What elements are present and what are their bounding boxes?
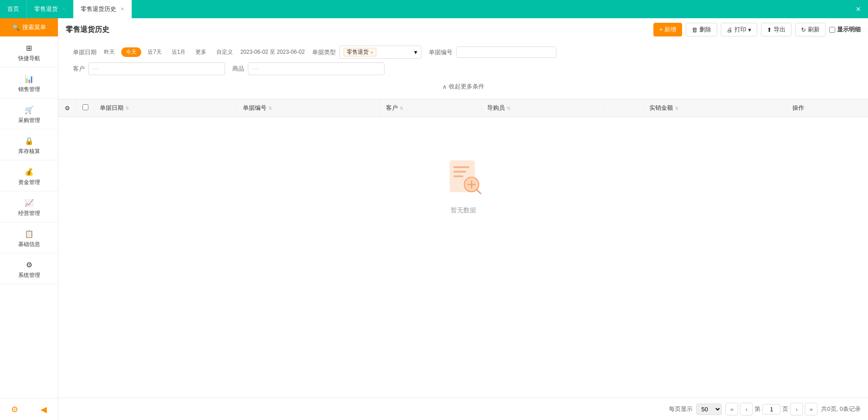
th-guide: 导购员 ⇅ (481, 99, 603, 117)
page-label: 第 (755, 405, 760, 413)
th-amount-sort[interactable]: 实销金额 ⇅ (649, 104, 781, 112)
quick-nav-icon: ⊞ (24, 43, 34, 53)
page-title-row: 零售退货历史 + 新增 🗑 删除 🖨 打印 ▾ ⬆ 导出 (66, 23, 861, 36)
doc-type-label: 单据类型 (312, 48, 336, 56)
refresh-button[interactable]: ↻ 刷新 (795, 23, 826, 36)
sidebar-item-basic-info[interactable]: 📋 基础信息 (0, 222, 58, 253)
operations-icon: 📈 (24, 198, 34, 208)
prev-page-button[interactable]: ‹ (740, 403, 753, 415)
sort-doc-no-icon: ⇅ (268, 106, 272, 111)
date-btn-custom[interactable]: 自定义 (213, 47, 236, 57)
sidebar-item-system-mgmt[interactable]: ⚙ 系统管理 (0, 253, 58, 284)
th-doc-date: 单据日期 ⇅ (94, 99, 237, 117)
th-actions: 操作 (787, 99, 868, 117)
th-amount: 实销金额 ⇅ (644, 99, 787, 117)
show-detail-input[interactable] (829, 27, 835, 33)
th-settings[interactable]: ⚙ (58, 99, 77, 117)
column-settings-icon[interactable]: ⚙ (65, 105, 70, 112)
new-button[interactable]: + 新增 (653, 23, 682, 36)
sidebar-item-sales-mgmt[interactable]: 📊 销售管理 (0, 67, 58, 98)
sidebar-item-purchase-mgmt[interactable]: 🛒 采购管理 (0, 98, 58, 129)
filter-row-1: 单据日期 昨天 今天 近7天 近1月 更多 自定义 2023-06-02 至 2… (73, 46, 853, 59)
date-btn-yesterday[interactable]: 昨天 (100, 47, 118, 57)
tab-retail-return[interactable]: 零售退货 × (27, 0, 73, 18)
window-close-button[interactable]: × (848, 0, 868, 18)
purchase-mgmt-icon: 🛒 (24, 105, 34, 115)
doc-type-tag: 零售退货 × (344, 48, 376, 56)
th-customer-sort[interactable]: 客户 ⇅ (386, 104, 476, 112)
table-body: 暂无数据 (58, 117, 868, 251)
first-page-button[interactable]: « (725, 403, 738, 415)
main-layout: 🔍 搜索菜单 ⊞ 快捷导航 📊 销售管理 🛒 采购管理 🔒 库存核算 💰 资金管… (0, 18, 868, 420)
date-btn-more[interactable]: 更多 (192, 47, 210, 57)
next-page-button[interactable]: › (790, 403, 803, 415)
svg-line-7 (477, 190, 481, 194)
filter-row-2: 客户 ··· 商品 ··· (73, 62, 853, 75)
sidebar: 🔍 搜索菜单 ⊞ 快捷导航 📊 销售管理 🛒 采购管理 🔒 库存核算 💰 资金管… (0, 18, 58, 420)
per-page-select[interactable]: 10 20 50 100 (696, 404, 722, 415)
tab-retail-return-history-close[interactable]: × (121, 6, 124, 12)
total-info: 共0页, 0条记录 (821, 405, 861, 413)
goods-input[interactable]: ··· (248, 62, 385, 75)
tab-retail-return-history[interactable]: 零售退货历史 × (73, 0, 132, 18)
page-number-input[interactable] (762, 404, 781, 415)
goods-label: 商品 (232, 65, 244, 73)
delete-button[interactable]: 🗑 删除 (686, 23, 717, 36)
doc-type-selected-tags: 零售退货 × (344, 48, 376, 56)
date-btn-1month[interactable]: 近1月 (168, 47, 190, 57)
th-doc-date-sort[interactable]: 单据日期 ⇅ (100, 104, 231, 112)
tab-home[interactable]: 首页 (0, 0, 27, 18)
doc-no-label: 单据编号 (429, 48, 452, 56)
th-customer: 客户 ⇅ (380, 99, 481, 117)
th-doc-no-sort[interactable]: 单据编号 ⇅ (243, 104, 375, 112)
th-guide-sort[interactable]: 导购员 ⇅ (487, 104, 598, 112)
sidebar-item-quick-nav[interactable]: ⊞ 快捷导航 (0, 36, 58, 67)
doc-type-filter-item: 单据类型 零售退货 × ▾ (312, 46, 421, 59)
table-wrapper: ⚙ 单据日期 ⇅ 单据编号 (58, 99, 868, 398)
basic-info-icon: 📋 (24, 229, 34, 239)
select-all-checkbox[interactable] (82, 104, 88, 110)
delete-icon: 🗑 (692, 26, 698, 33)
sidebar-item-operations[interactable]: 📈 经营管理 (0, 191, 58, 222)
sales-mgmt-icon: 📊 (24, 74, 34, 84)
goods-dots: ··· (252, 65, 258, 73)
page-title: 零售退货历史 (66, 25, 109, 35)
settings-bottom-icon[interactable]: ⚙ (11, 405, 18, 415)
page-header: 零售退货历史 + 新增 🗑 删除 🖨 打印 ▾ ⬆ 导出 (58, 18, 868, 99)
th-doc-no: 单据编号 ⇅ (237, 99, 380, 117)
toolbar-buttons: + 新增 🗑 删除 🖨 打印 ▾ ⬆ 导出 ↻ (653, 23, 861, 36)
print-icon: 🖨 (727, 26, 733, 33)
goods-filter-item: 商品 ··· (232, 62, 385, 75)
data-table: ⚙ 单据日期 ⇅ 单据编号 (58, 99, 868, 251)
sort-customer-icon: ⇅ (400, 106, 403, 111)
inventory-icon: 🔒 (24, 136, 34, 146)
date-range-display: 2023-06-02 至 2023-06-02 (240, 48, 304, 56)
doc-no-input[interactable] (456, 46, 556, 58)
th-checkbox[interactable] (77, 99, 94, 117)
tab-retail-return-close[interactable]: × (62, 6, 66, 12)
collapse-sidebar-icon[interactable]: ◀ (41, 405, 47, 415)
doc-type-tag-close[interactable]: × (370, 50, 373, 55)
top-tab-bar: 首页 零售退货 × 零售退货历史 × × (0, 0, 868, 18)
show-detail-checkbox[interactable]: 显示明细 (829, 26, 861, 34)
filter-area: 单据日期 昨天 今天 近7天 近1月 更多 自定义 2023-06-02 至 2… (66, 41, 861, 99)
sidebar-item-inventory[interactable]: 🔒 库存核算 (0, 129, 58, 160)
collapse-filter-button[interactable]: ∧ 收起更多条件 (442, 82, 484, 91)
last-page-button[interactable]: » (805, 403, 817, 415)
date-btn-today[interactable]: 今天 (121, 47, 141, 57)
search-icon: 🔍 (12, 24, 20, 31)
export-icon: ⬆ (767, 26, 772, 33)
doc-type-select[interactable]: 零售退货 × ▾ (339, 46, 421, 59)
date-filter-label: 单据日期 (73, 48, 97, 56)
sidebar-item-finance[interactable]: 💰 资金管理 (0, 160, 58, 191)
customer-filter-item: 客户 ··· (73, 62, 225, 75)
export-button[interactable]: ⬆ 导出 (761, 23, 791, 36)
date-btn-7days[interactable]: 近7天 (144, 47, 165, 57)
refresh-icon: ↻ (801, 26, 806, 33)
doc-no-filter-item: 单据编号 (429, 46, 556, 58)
sidebar-search[interactable]: 🔍 搜索菜单 (0, 18, 58, 36)
customer-input[interactable]: ··· (88, 62, 225, 75)
collapse-icon: ∧ (442, 83, 447, 90)
pagination-bar: 每页显示 10 20 50 100 « ‹ 第 页 › » 共0页, 0条记录 (58, 398, 868, 420)
print-button[interactable]: 🖨 打印 ▾ (721, 23, 757, 36)
